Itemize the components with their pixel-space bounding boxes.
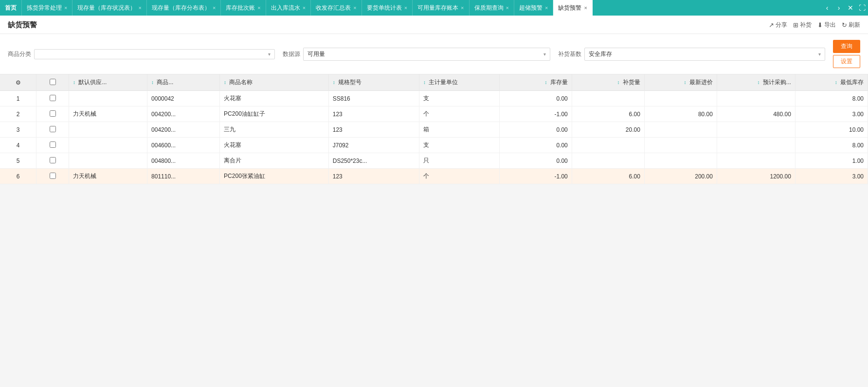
row-checkbox[interactable]: [50, 110, 56, 117]
col-header-code[interactable]: ↕ 商品...: [147, 74, 220, 91]
tab-close-shortage[interactable]: ×: [584, 5, 587, 11]
tab-label-overstock: 超储预警: [519, 4, 542, 12]
col-header-supplier[interactable]: ↕ 默认供应...: [69, 74, 147, 91]
tab-item-batch[interactable]: 库存批次账×: [221, 0, 266, 16]
tab-prev-button[interactable]: ‹: [821, 0, 833, 16]
row-index: 1: [0, 91, 36, 106]
tab-close-expiry[interactable]: ×: [506, 5, 509, 11]
main-content: 缺货预警 ↗ 分享 ⊞ 补货 ⬇ 导出 ↻ 刷新: [0, 16, 868, 184]
tab-next-button[interactable]: ›: [833, 0, 845, 16]
query-button[interactable]: 查询: [833, 40, 860, 53]
tab-label-stock-status: 现存量（库存状况表）: [77, 4, 136, 12]
tab-label-inout-flow: 出入库流水: [271, 4, 300, 12]
row-stock: -1.00: [499, 169, 572, 184]
tab-close-stock-dist[interactable]: ×: [213, 5, 216, 11]
tab-close-batch[interactable]: ×: [257, 5, 260, 11]
tab-label-batch: 库存批次账: [226, 4, 255, 12]
tab-close-demand[interactable]: ×: [404, 5, 407, 11]
row-checkbox-cell[interactable]: [36, 122, 69, 138]
datasource-label: 数据源: [283, 50, 300, 58]
col-header-spec[interactable]: ↕ 规格型号: [328, 74, 419, 91]
col-header-stock[interactable]: ↕ 库存量: [499, 74, 572, 91]
tab-item-stock-dist[interactable]: 现存量（库存分布表）×: [147, 0, 221, 16]
col-header-name[interactable]: ↕ 商品名称: [220, 74, 329, 91]
tab-item-expiry[interactable]: 保质期查询×: [470, 0, 514, 16]
tab-item-abnormal[interactable]: 拣货异常处理×: [22, 0, 72, 16]
row-name: 火花塞: [220, 138, 329, 153]
tab-item-collection[interactable]: 收发存汇总表×: [311, 0, 362, 16]
tab-close-available[interactable]: ×: [461, 5, 464, 11]
tab-item-demand[interactable]: 要货单统计表×: [362, 0, 413, 16]
row-checkbox-cell[interactable]: [36, 138, 69, 153]
row-checkbox-cell[interactable]: [36, 153, 69, 169]
row-checkbox[interactable]: [50, 141, 56, 148]
filter-bar: 商品分类 ▾ 数据源 可用量 ▾ 补货基数 安全库存 ▾: [0, 34, 868, 74]
row-checkbox-cell[interactable]: [36, 169, 69, 184]
row-checkbox[interactable]: [50, 173, 56, 179]
tab-close-abnormal[interactable]: ×: [64, 5, 67, 11]
row-minstock: 10.00: [795, 122, 868, 138]
replenish-button[interactable]: ⊞ 补货: [793, 21, 812, 29]
row-purchase: [717, 122, 795, 138]
minstock-sort-icon: ↕: [835, 80, 837, 85]
tab-item-inout-flow[interactable]: 出入库流水×: [266, 0, 311, 16]
tab-item-stock-status[interactable]: 现存量（库存状况表）×: [72, 0, 146, 16]
tab-close-stock-status[interactable]: ×: [138, 5, 141, 11]
row-spec: 123: [328, 169, 419, 184]
share-button[interactable]: ↗ 分享: [769, 21, 787, 29]
col-header-minstock[interactable]: ↕ 最低库存: [795, 74, 868, 91]
row-checkbox[interactable]: [50, 95, 56, 101]
page-header: 缺货预警 ↗ 分享 ⊞ 补货 ⬇ 导出 ↻ 刷新: [0, 16, 868, 34]
tab-close-overstock[interactable]: ×: [545, 5, 548, 11]
datasource-select[interactable]: 可用量 ▾: [303, 48, 550, 61]
col-header-gear[interactable]: ⚙: [0, 74, 36, 91]
row-replenish: 20.00: [572, 122, 644, 138]
export-icon: ⬇: [817, 21, 823, 29]
row-minstock: 1.00: [795, 153, 868, 169]
row-code: 004800...: [147, 153, 220, 169]
purchase-col-label: 预计采购...: [763, 79, 791, 86]
tab-bar: 首页拣货异常处理×现存量（库存状况表）×现存量（库存分布表）×库存批次账×出入库…: [0, 0, 868, 16]
replenish-base-select[interactable]: 安全库存 ▾: [584, 48, 825, 61]
replenish-base-arrow-icon: ▾: [818, 52, 821, 57]
row-checkbox[interactable]: [50, 157, 56, 163]
replenish-sort-icon: ↕: [617, 80, 620, 85]
col-header-unit[interactable]: ↕ 主计量单位: [419, 74, 500, 91]
col-header-price[interactable]: ↕ 最新进价: [644, 74, 717, 91]
row-checkbox[interactable]: [50, 126, 56, 132]
page-title: 缺货预警: [8, 20, 37, 30]
replenish-base-filter-group: 补货基数 安全库存 ▾: [558, 48, 825, 61]
purchase-sort-icon: ↕: [757, 80, 760, 85]
spec-col-label: 规格型号: [338, 79, 362, 86]
row-stock: 0.00: [499, 122, 572, 138]
gear-icon: ⚙: [4, 79, 32, 86]
row-spec: 123: [328, 122, 419, 138]
tab-fullscreen-button[interactable]: ⛶: [856, 0, 868, 16]
row-replenish: [572, 138, 644, 153]
tab-item-overstock[interactable]: 超储预警×: [514, 0, 553, 16]
col-header-replenish[interactable]: ↕ 补货量: [572, 74, 644, 91]
settings-button[interactable]: 设置: [833, 55, 860, 68]
tab-item-home[interactable]: 首页: [0, 0, 22, 16]
category-select[interactable]: ▾: [34, 49, 275, 59]
col-header-checkbox[interactable]: [36, 74, 69, 91]
row-checkbox-cell[interactable]: [36, 91, 69, 106]
row-checkbox-cell[interactable]: [36, 106, 69, 122]
select-all-checkbox[interactable]: [50, 79, 56, 85]
table-row: 4004600...火花塞J7092支0.008.00: [0, 138, 868, 153]
tab-item-available[interactable]: 可用量库存账本×: [413, 0, 469, 16]
row-index: 3: [0, 122, 36, 138]
export-button[interactable]: ⬇ 导出: [817, 21, 836, 29]
refresh-button[interactable]: ↻ 刷新: [842, 21, 860, 29]
row-spec: J7092: [328, 138, 419, 153]
row-price: [644, 122, 717, 138]
row-stock: 0.00: [499, 153, 572, 169]
tab-close-collection[interactable]: ×: [353, 5, 356, 11]
table-row: 5004800...离合片DS250*23c...只0.001.00: [0, 153, 868, 169]
app-container: 首页拣货异常处理×现存量（库存状况表）×现存量（库存分布表）×库存批次账×出入库…: [0, 0, 868, 184]
col-header-purchase[interactable]: ↕ 预计采购...: [717, 74, 795, 91]
row-minstock: 8.00: [795, 91, 868, 106]
tab-item-shortage[interactable]: 缺货预警×: [553, 0, 592, 16]
tab-close-inout-flow[interactable]: ×: [303, 5, 306, 11]
tab-close-button[interactable]: ✕: [845, 0, 856, 16]
